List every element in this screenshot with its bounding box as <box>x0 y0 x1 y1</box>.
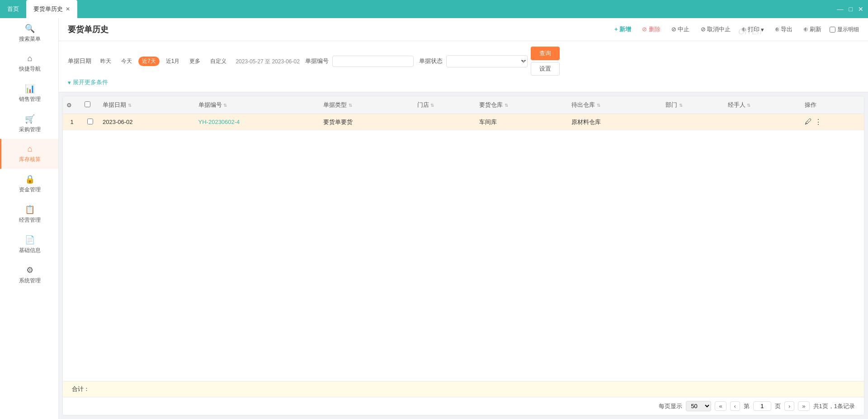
print-dropdown-icon[interactable]: ▾ <box>761 26 764 33</box>
tab-bar: 首页 要货单历史 ✕ <box>0 0 77 18</box>
shortcut-7days[interactable]: 近7天 <box>138 57 160 66</box>
cancel-stop-button[interactable]: ⊘ 取消中止 <box>698 24 734 35</box>
sidebar-item-sales[interactable]: 📊 销售管理 <box>0 78 58 109</box>
show-detail-input[interactable] <box>830 27 835 33</box>
date-range: 2023-05-27 至 2023-06-02 <box>236 58 299 66</box>
row-pending-warehouse: 原材料仓库 <box>568 114 662 130</box>
row-handler <box>724 114 802 130</box>
sidebar-item-search[interactable]: 🔍 搜索菜单 <box>0 18 58 48</box>
expand-more-btn[interactable]: ▾ 展开更多条件 <box>68 78 859 86</box>
page-input[interactable] <box>753 401 771 411</box>
filter-actions: 查询 设置 <box>531 47 560 76</box>
order-no-link[interactable]: YH-20230602-4 <box>198 119 240 125</box>
tab-order-history[interactable]: 要货单历史 ✕ <box>26 0 77 18</box>
prev-page-button[interactable]: ‹ <box>730 401 740 411</box>
th-action: 操作 <box>801 96 864 114</box>
row-action: 🖊 ⋮ <box>801 114 864 130</box>
sidebar-item-inventory[interactable]: ⌂ 库存核算 <box>0 139 58 169</box>
sidebar-item-quicknav[interactable]: ⌂ 快捷导航 <box>0 48 58 78</box>
shortcut-today[interactable]: 今天 <box>118 57 136 66</box>
system-icon: ⚙ <box>26 265 33 275</box>
row-edit-icon[interactable]: 🖊 <box>805 118 812 126</box>
search-icon: 🔍 <box>25 24 35 33</box>
refresh-button[interactable]: ⊕ 刷新 <box>801 24 824 35</box>
th-pending-warehouse[interactable]: 待出仓库 ⇅ <box>568 96 662 114</box>
page-header: 要货单历史 + 新增 ⊘ 删除 ⊘ 中止 ⊘ 取消中止 ⊕ 打印 ▾ ⊕ 导出 … <box>59 18 868 41</box>
shortcut-custom[interactable]: 自定义 <box>207 57 230 66</box>
delete-button[interactable]: ⊘ 删除 <box>639 24 663 35</box>
th-order-type[interactable]: 单据类型 ⇅ <box>320 96 414 114</box>
sort-pendwh-icon: ⇅ <box>597 103 600 108</box>
page-label: 第 <box>744 402 750 410</box>
sidebar-item-basic[interactable]: 📄 基础信息 <box>0 229 58 260</box>
th-department[interactable]: 部门 ⇅ <box>662 96 724 114</box>
page-size-select[interactable]: 10 20 50 100 <box>686 401 711 411</box>
status-dropdown-icon: ▾ <box>522 58 525 65</box>
stop-button[interactable]: ⊘ 中止 <box>669 24 693 35</box>
row-setting: 1 <box>63 114 81 130</box>
status-label: 单据状态 <box>419 57 443 65</box>
sort-handler-icon: ⇅ <box>747 103 750 108</box>
show-detail-checkbox[interactable]: 显示明细 <box>830 26 859 33</box>
th-order-no[interactable]: 单据编号 ⇅ <box>195 96 320 114</box>
row-date: 2023-06-02 <box>99 114 195 130</box>
row-checkbox[interactable] <box>87 119 93 124</box>
sort-orderno-icon: ⇅ <box>223 103 227 108</box>
order-no-input[interactable] <box>332 56 414 67</box>
page-unit: 页 <box>775 402 781 410</box>
footer-label: 合计： <box>72 386 90 392</box>
settings-button[interactable]: 设置 <box>531 62 560 76</box>
sidebar-item-operations[interactable]: 📋 经营管理 <box>0 199 58 229</box>
status-select[interactable] <box>446 55 528 67</box>
table-scroll[interactable]: ⚙ 单据日期 ⇅ 单据编号 ⇅ <box>63 96 864 381</box>
last-page-button[interactable]: » <box>798 401 809 411</box>
row-store <box>414 114 476 130</box>
th-store[interactable]: 门店 ⇅ <box>414 96 476 114</box>
content-area: 要货单历史 + 新增 ⊘ 删除 ⊘ 中止 ⊘ 取消中止 ⊕ 打印 ▾ ⊕ 导出 … <box>59 18 868 419</box>
tab-home[interactable]: 首页 <box>0 0 26 18</box>
sales-icon: 📊 <box>25 84 35 94</box>
window-maximize-icon[interactable]: □ <box>849 5 853 13</box>
top-bar-right: — □ ✕ <box>837 5 863 13</box>
first-page-button[interactable]: « <box>715 401 726 411</box>
top-bar: 首页 要货单历史 ✕ — □ ✕ <box>0 0 868 18</box>
page-size-label: 每页显示 <box>659 402 682 410</box>
select-all-checkbox[interactable] <box>85 101 90 107</box>
th-request-warehouse[interactable]: 要货仓库 ⇅ <box>476 96 568 114</box>
sidebar-item-finance[interactable]: 🔒 资金管理 <box>0 169 58 199</box>
data-table: ⚙ 单据日期 ⇅ 单据编号 ⇅ <box>63 96 864 130</box>
footer-bar: 合计： <box>63 381 864 397</box>
date-label: 单据日期 <box>68 57 91 65</box>
sort-ordertype-icon: ⇅ <box>349 103 352 108</box>
shortcut-more[interactable]: 更多 <box>186 57 204 66</box>
sidebar-item-system[interactable]: ⚙ 系统管理 <box>0 260 58 290</box>
close-tab-icon[interactable]: ✕ <box>66 6 70 12</box>
row-order-type: 要货单要货 <box>320 114 414 130</box>
window-minimize-icon[interactable]: — <box>837 5 844 13</box>
window-close-icon[interactable]: ✕ <box>858 5 863 13</box>
shortcut-yesterday[interactable]: 昨天 <box>97 57 115 66</box>
export-button[interactable]: ⊕ 导出 <box>772 24 796 35</box>
new-button[interactable]: + 新增 <box>612 24 634 35</box>
main-layout: 🔍 搜索菜单 ⌂ 快捷导航 📊 销售管理 🛒 采购管理 ⌂ 库存核算 🔒 资金管… <box>0 18 868 419</box>
order-no-label: 单据编号 <box>305 57 329 65</box>
sidebar-item-purchase[interactable]: 🛒 采购管理 <box>0 109 58 139</box>
toolbar: + 新增 ⊘ 删除 ⊘ 中止 ⊘ 取消中止 ⊕ 打印 ▾ ⊕ 导出 ⊕ 刷新 显… <box>612 24 859 35</box>
sort-dept-icon: ⇅ <box>679 103 683 108</box>
row-more-icon[interactable]: ⋮ <box>815 118 822 126</box>
basic-icon: 📄 <box>25 235 35 245</box>
pagination-summary: 共1页，1条记录 <box>813 402 855 410</box>
inventory-icon: ⌂ <box>28 144 33 154</box>
order-no-group: 单据编号 <box>305 56 414 67</box>
home-icon: ⌂ <box>28 54 33 63</box>
table-row: 1 2023-06-02 YH-20230602-4 要货单要货 车间库 <box>63 114 864 130</box>
th-date[interactable]: 单据日期 ⇅ <box>99 96 195 114</box>
print-button[interactable]: ⊕ 打印 ▾ <box>739 24 767 35</box>
query-button[interactable]: 查询 <box>531 47 560 60</box>
next-page-button[interactable]: › <box>784 401 794 411</box>
sort-store-icon: ⇅ <box>430 103 434 108</box>
shortcut-1month[interactable]: 近1月 <box>162 57 184 66</box>
th-handler[interactable]: 经手人 ⇅ <box>724 96 802 114</box>
filter-row: 单据日期 昨天 今天 近7天 近1月 更多 自定义 2023-05-27 至 2… <box>68 47 859 76</box>
row-checkbox-cell <box>81 114 99 130</box>
